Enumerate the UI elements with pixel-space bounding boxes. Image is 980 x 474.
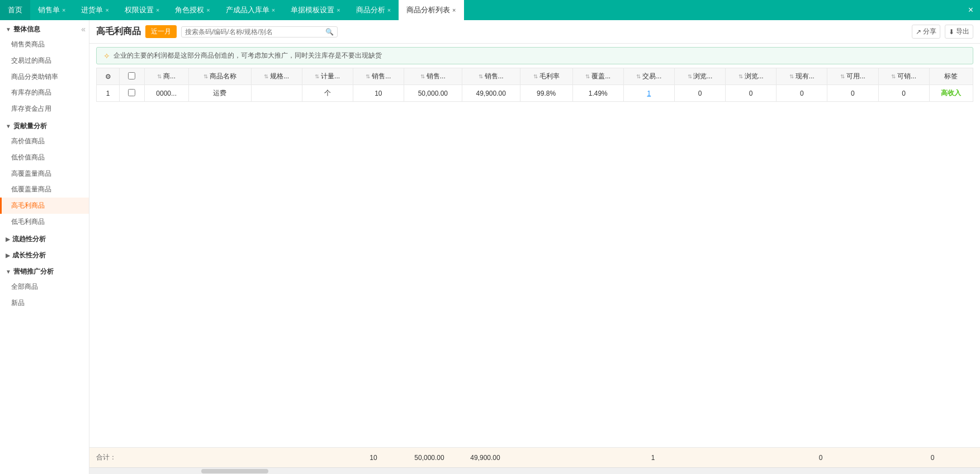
table-footer: 合计： 10 50,000.00 49,900.00 1 0 0	[89, 447, 980, 467]
td-unit: 个	[302, 85, 353, 102]
th-views2[interactable]: 浏览...	[726, 68, 777, 85]
footer-sales-cost: 49,900.00	[463, 454, 508, 462]
nav-close-sales[interactable]: ×	[62, 7, 65, 13]
sidebar-collapse-icon[interactable]: «	[81, 25, 86, 34]
footer-label: 合计：	[96, 453, 116, 462]
td-sales-amount: 50,000.00	[404, 85, 462, 102]
share-button[interactable]: ↗ 分享	[912, 25, 940, 39]
sidebar-item-high-margin[interactable]: 高毛利商品	[0, 198, 89, 214]
nav-template[interactable]: 单据模板设置 ×	[283, 0, 348, 20]
th-sales-amount[interactable]: 销售...	[404, 68, 462, 85]
table-wrapper[interactable]: ⚙ 商... 商品名称 规格... 计量... 销售... 销售... 销售..…	[96, 68, 973, 447]
sidebar-item-new-goods[interactable]: 新品	[0, 295, 89, 311]
content-area: 高毛利商品 近一月 🔍 ↗ 分享 ⬇ 导出 ✧ 企业的主要的利润都是这部分商品创…	[89, 20, 980, 474]
nav-close-production[interactable]: ×	[272, 7, 275, 13]
data-table: ⚙ 商... 商品名称 规格... 计量... 销售... 销售... 销售..…	[96, 68, 973, 102]
td-sales-cost: 49,900.00	[462, 85, 520, 102]
export-icon: ⬇	[949, 28, 954, 36]
td-checkbox[interactable]	[120, 85, 144, 102]
th-available[interactable]: 可用...	[827, 68, 878, 85]
content-header: 高毛利商品 近一月 🔍 ↗ 分享 ⬇ 导出	[89, 20, 980, 44]
nav-home[interactable]: 首页	[0, 0, 30, 20]
table-row[interactable]: 1 0000... 运费 个 10 50,000.00 49,900.00 99…	[97, 85, 973, 102]
nav-product-analysis-list[interactable]: 商品分析列表 ×	[399, 0, 463, 20]
th-transactions[interactable]: 交易...	[623, 68, 674, 85]
sidebar-item-low-value[interactable]: 低价值商品	[0, 149, 89, 166]
search-icon[interactable]: 🔍	[325, 28, 334, 36]
sidebar-group-growth[interactable]: ▶ 成长性分析	[0, 246, 89, 262]
th-name[interactable]: 商品名称	[188, 68, 251, 85]
select-all-checkbox[interactable]	[128, 72, 135, 79]
th-sellable[interactable]: 可销...	[878, 68, 929, 85]
td-coverage: 1.49%	[572, 85, 623, 102]
sidebar-item-sales-goods[interactable]: 销售类商品	[0, 36, 89, 53]
th-code[interactable]: 商...	[144, 68, 188, 85]
footer-sales-amount: 50,000.00	[407, 454, 452, 462]
nav-close-product-analysis[interactable]: ×	[387, 7, 391, 13]
nav-product-analysis[interactable]: 商品分析 ×	[348, 0, 399, 20]
nav-close-role[interactable]: ×	[206, 7, 210, 13]
row-checkbox[interactable]	[128, 89, 135, 96]
nav-close-purchase[interactable]: ×	[105, 7, 108, 13]
td-views1: 0	[674, 85, 725, 102]
nav-purchase[interactable]: 进货单 ×	[73, 0, 116, 20]
table-header-row: ⚙ 商... 商品名称 规格... 计量... 销售... 销售... 销售..…	[97, 68, 973, 85]
sidebar-group-overall[interactable]: ▼ 整体信息	[0, 20, 89, 36]
sidebar-item-traded-goods[interactable]: 交易过的商品	[0, 53, 89, 69]
th-views1[interactable]: 浏览...	[674, 68, 725, 85]
footer-current-stock: 0	[798, 454, 843, 462]
filter-button[interactable]: 近一月	[145, 25, 177, 38]
info-bar: ✧ 企业的主要的利润都是这部分商品创造的，可考虑加大推广，同时关注库存是不要出现…	[96, 47, 973, 64]
share-icon: ↗	[916, 28, 921, 36]
export-button[interactable]: ⬇ 导出	[945, 25, 973, 39]
search-box: 🔍	[181, 26, 338, 37]
sidebar-item-high-coverage[interactable]: 高覆盖量商品	[0, 166, 89, 182]
th-unit[interactable]: 计量...	[302, 68, 353, 85]
arrow-marketing: ▼	[6, 269, 11, 275]
sidebar-group-contribution[interactable]: ▼ 贡献量分析	[0, 117, 89, 133]
sidebar-item-all-goods[interactable]: 全部商品	[0, 279, 89, 295]
th-tag: 标签	[929, 68, 973, 85]
th-sales-cost[interactable]: 销售...	[462, 68, 520, 85]
nav-close-template[interactable]: ×	[337, 7, 340, 13]
sidebar-item-high-value[interactable]: 高价值商品	[0, 133, 89, 149]
sidebar-item-low-margin[interactable]: 低毛利商品	[0, 214, 89, 230]
sidebar-item-low-coverage[interactable]: 低覆盖量商品	[0, 181, 89, 198]
td-current-stock: 0	[777, 85, 827, 102]
arrow-trend: ▶	[6, 236, 10, 242]
td-transactions[interactable]: 1	[623, 85, 674, 102]
nav-role[interactable]: 角色授权 ×	[167, 0, 217, 20]
th-current-stock[interactable]: 现有...	[777, 68, 827, 85]
footer-transactions: 1	[631, 454, 675, 462]
sidebar-group-trend[interactable]: ▶ 流趋性分析	[0, 230, 89, 246]
td-name: 运费	[188, 85, 251, 102]
nav-production[interactable]: 产成品入库单 ×	[218, 0, 283, 20]
th-settings[interactable]: ⚙	[97, 68, 120, 85]
scrollbar-thumb[interactable]	[201, 469, 268, 473]
th-gross-margin[interactable]: 毛利率	[520, 68, 572, 85]
horizontal-scrollbar[interactable]	[89, 467, 980, 474]
main-layout: « ▼ 整体信息 销售类商品 交易过的商品 商品分类助销率 有库存的商品 库存资…	[0, 20, 980, 474]
sidebar-group-marketing[interactable]: ▼ 营销推广分析	[0, 262, 89, 279]
th-checkbox[interactable]	[120, 68, 144, 85]
th-coverage[interactable]: 覆盖...	[572, 68, 623, 85]
sidebar-item-stock-capital[interactable]: 库存资金占用	[0, 101, 89, 117]
page-title: 高毛利商品	[96, 26, 141, 37]
footer-sellable: 0	[910, 454, 955, 462]
top-nav: 首页 销售单 × 进货单 × 权限设置 × 角色授权 × 产成品入库单 × 单据…	[0, 0, 980, 20]
search-input[interactable]	[185, 28, 325, 36]
th-sales-qty[interactable]: 销售...	[353, 68, 404, 85]
sidebar-item-category-rate[interactable]: 商品分类助销率	[0, 69, 89, 85]
sidebar-item-in-stock[interactable]: 有库存的商品	[0, 85, 89, 101]
footer-sales-qty: 10	[351, 454, 396, 462]
arrow-contribution: ▼	[6, 123, 11, 129]
nav-sales[interactable]: 销售单 ×	[30, 0, 73, 20]
td-sellable: 0	[878, 85, 929, 102]
th-spec[interactable]: 规格...	[251, 68, 302, 85]
td-sales-qty: 10	[353, 85, 404, 102]
nav-close-permission[interactable]: ×	[156, 7, 159, 13]
nav-close-product-analysis-list[interactable]: ×	[452, 7, 456, 13]
nav-permission[interactable]: 权限设置 ×	[117, 0, 167, 20]
nav-close-all[interactable]: ×	[962, 5, 980, 15]
info-text: 企业的主要的利润都是这部分商品创造的，可考虑加大推广，同时关注库存是不要出现缺货	[113, 51, 382, 60]
